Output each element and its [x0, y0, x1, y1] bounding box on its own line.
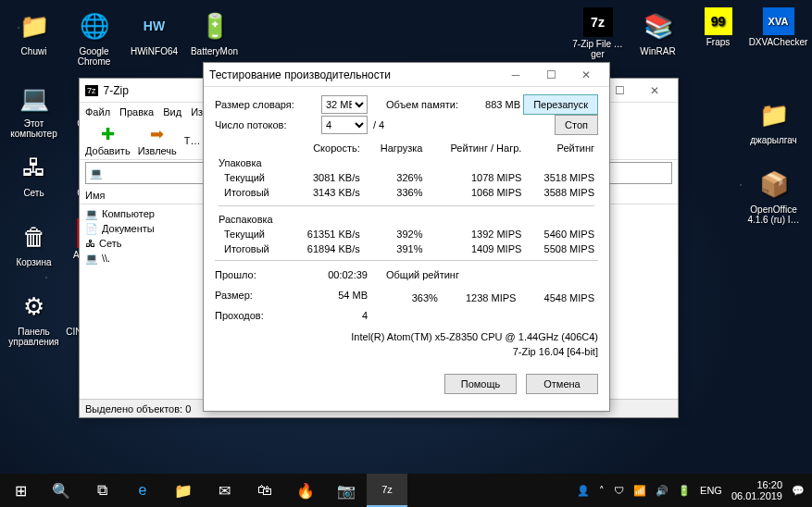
desktop-icon-recycle[interactable]: 🗑Корзина	[4, 215, 64, 284]
desktop-icon[interactable]: XVADXVAChecker	[748, 4, 808, 73]
tray-people-icon[interactable]: 👤	[577, 485, 590, 497]
add-button[interactable]: ✚Добавить	[85, 124, 131, 156]
elapsed-label: Прошло:	[215, 269, 289, 280]
mem-value: 883 MB	[469, 99, 520, 110]
window-benchmark: Тестирование производительности ─ ☐ ✕ Ра…	[203, 62, 610, 412]
size-value: 54 MB	[289, 290, 368, 301]
desktop-icon-network[interactable]: 🖧Сеть	[4, 145, 64, 215]
elapsed-value: 00:02:39	[289, 269, 368, 280]
tray-network-icon[interactable]: 📶	[633, 485, 646, 497]
overall-label: Общий рейтинг	[386, 269, 459, 280]
app-icon: 7z	[85, 85, 98, 96]
size-label: Размер:	[215, 290, 289, 301]
menu-file[interactable]: Файл	[85, 106, 110, 117]
cancel-button[interactable]: Отмена	[526, 374, 598, 394]
threads-combo[interactable]: 4	[321, 116, 368, 134]
desktop-icon[interactable]: 99Fraps	[688, 4, 748, 73]
tray-chevron-icon[interactable]: ˄	[599, 485, 605, 497]
desktop-icon[interactable]: 📦OpenOffice 4.1.6 (ru) I…	[743, 162, 804, 231]
minimize-button[interactable]: ─	[498, 64, 533, 86]
titlebar[interactable]: Тестирование производительности ─ ☐ ✕	[204, 63, 609, 87]
computer-icon: 💻	[90, 167, 103, 179]
system-tray: 👤 ˄ 🛡 📶 🔊 🔋 ENG 16:2006.01.2019 💬	[569, 479, 812, 501]
passes-value: 4	[289, 310, 368, 321]
window-title: Тестирование производительности	[209, 68, 498, 81]
tray-secure-icon[interactable]: 🛡	[614, 485, 624, 496]
test-button[interactable]: Т…	[184, 135, 201, 146]
edge-icon[interactable]: e	[122, 474, 163, 507]
tray-battery-icon[interactable]: 🔋	[678, 485, 691, 497]
plus-icon: ✚	[101, 124, 115, 144]
help-button[interactable]: Помощь	[444, 374, 517, 394]
cpu-info: Intel(R) Atom(TM) x5-Z8350 CPU @ 1.44GHz…	[215, 331, 598, 342]
desktop-icon[interactable]: 📁Chuwi	[4, 4, 64, 73]
menu-view[interactable]: Вид	[163, 106, 181, 117]
extract-button[interactable]: ➡Извлечь	[138, 124, 177, 156]
restart-button[interactable]: Перезапуск	[523, 94, 598, 115]
app-icon[interactable]: 🔥	[285, 474, 326, 507]
taskview-button[interactable]: ⧉	[81, 474, 122, 507]
taskbar: ⊞ 🔍 ⧉ e 📁 ✉ 🛍 🔥 📷 7z 👤 ˄ 🛡 📶 🔊 🔋 ENG 16:…	[0, 474, 812, 507]
passes-label: Проходов:	[215, 310, 289, 321]
desktop-icon[interactable]: 📚WinRAR	[628, 4, 688, 73]
desktop-icon[interactable]: HWHWiNFO64	[124, 4, 184, 73]
threads-of: / 4	[373, 119, 384, 130]
desktop-icon-this-pc[interactable]: 💻Этот компьютер	[4, 76, 64, 145]
explorer-icon[interactable]: 📁	[163, 474, 204, 507]
tray-lang[interactable]: ENG	[700, 485, 722, 496]
desktop-icon[interactable]: 📁джарылгач	[743, 93, 804, 162]
desktop-icon-control[interactable]: ⚙Панель управления	[4, 284, 64, 353]
stop-button[interactable]: Стоп	[555, 115, 598, 135]
mail-icon[interactable]: ✉	[204, 474, 244, 507]
store-icon[interactable]: 🛍	[244, 474, 285, 507]
app-icon[interactable]: 📷	[326, 474, 367, 507]
tray-volume-icon[interactable]: 🔊	[656, 485, 668, 497]
start-button[interactable]: ⊞	[0, 474, 41, 507]
extract-icon: ➡	[150, 124, 164, 144]
taskbar-clock[interactable]: 16:2006.01.2019	[731, 479, 782, 501]
results-table: Скорость:НагрузкаРейтинг / Нагр.Рейтинг …	[215, 141, 598, 256]
close-button[interactable]: ✕	[568, 64, 604, 86]
notifications-icon[interactable]: 💬	[792, 485, 805, 497]
search-button[interactable]: 🔍	[41, 474, 81, 507]
mem-label: Объем памяти:	[386, 99, 469, 110]
maximize-button[interactable]: ☐	[533, 64, 568, 86]
threads-label: Число потоков:	[215, 119, 321, 130]
menu-edit[interactable]: Правка	[119, 106, 154, 117]
version-info: 7-Zip 16.04 [64-bit]	[215, 346, 598, 357]
close-button[interactable]: ✕	[637, 80, 672, 102]
dict-combo[interactable]: 32 MB	[321, 95, 368, 114]
taskbar-7zip[interactable]: 7z	[367, 474, 407, 507]
desktop-icon[interactable]: 🌐Google Chrome	[64, 4, 124, 73]
dict-label: Размер словаря:	[215, 99, 321, 110]
